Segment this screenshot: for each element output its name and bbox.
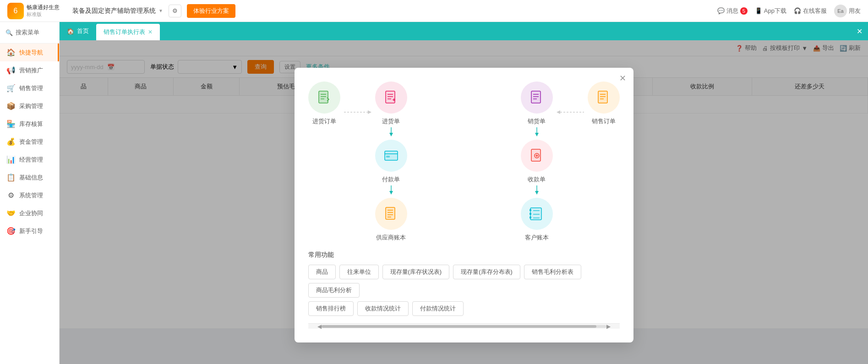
- sidebar-item-finance[interactable]: 💰 资金管理: [0, 133, 59, 151]
- tab-bar: 🏠 首页 销售订单执行表 ✕ ✕: [60, 22, 868, 40]
- sidebar-item-newbie[interactable]: 🎯 新手引导: [0, 222, 59, 240]
- modal-scrollbar: ◀ ▶: [308, 323, 620, 329]
- wf-row-2-arrows: [308, 127, 620, 138]
- svg-rect-43: [386, 207, 395, 219]
- common-btn-product-profit[interactable]: 商品毛利分析: [308, 283, 360, 298]
- wf-row-4-arrows: [308, 185, 620, 196]
- common-buttons-row-1: 商品 往来单位 现存量(库存状况表) 现存量(库存分布表) 销售毛利分析表 商品…: [308, 265, 620, 298]
- home-icon: 🏠: [67, 28, 74, 35]
- svg-rect-0: [319, 91, 328, 103]
- sidebar-item-purchase[interactable]: 📦 采购管理: [0, 97, 59, 115]
- sidebar-search[interactable]: 🔍 搜索菜单: [0, 22, 59, 43]
- app-container: 6 畅康通好生意 标准版 装备及固定资产辅助管理系统 ▼ ⚙ 体验行业方案 💬 …: [0, 0, 868, 364]
- svg-rect-53: [530, 217, 531, 218]
- supplier-ledger-circle: [375, 198, 407, 230]
- online-service-button[interactable]: 🎧 在线客服: [794, 7, 827, 15]
- payment-order-down-arrow: [375, 185, 407, 196]
- svg-rect-52: [530, 213, 531, 215]
- common-btn-payment-stats[interactable]: 付款情况统计: [412, 301, 464, 316]
- scrollbar-track[interactable]: [322, 325, 606, 328]
- wf-row-5: 供应商账本 客户账本: [308, 198, 620, 242]
- modal-close-button[interactable]: ✕: [619, 73, 626, 83]
- marketing-icon: 📢: [6, 66, 16, 75]
- message-button[interactable]: 💬 消息 5: [717, 7, 748, 15]
- workflow-diagram: 进货订单: [308, 81, 620, 242]
- user-avatar: Ea: [834, 5, 847, 17]
- basic-info-icon: 📋: [6, 173, 16, 182]
- tab-sales-orders[interactable]: 销售订单执行表 ✕: [96, 24, 160, 40]
- operations-icon: 📊: [6, 155, 16, 164]
- receipt-order-circle: [521, 140, 553, 172]
- common-btn-receipt-stats[interactable]: 收款情况统计: [357, 301, 409, 316]
- app-download-button[interactable]: 📱 App下载: [755, 7, 786, 15]
- scroll-right-arrow[interactable]: ▶: [606, 323, 611, 330]
- top-right-area: 💬 消息 5 📱 App下载 🎧 在线客服 Ea 用友: [717, 5, 861, 17]
- svg-marker-27: [389, 133, 393, 136]
- wf-sales-bill[interactable]: 销货单: [521, 81, 553, 125]
- wf-customer-ledger[interactable]: 客户账本: [521, 198, 553, 242]
- wf-payment-order[interactable]: 付款单: [375, 140, 407, 184]
- sidebar-item-sales[interactable]: 🛒 销售管理: [0, 79, 59, 97]
- brand-icon-char: 6: [14, 7, 18, 15]
- purchase-bill-circle: [375, 81, 407, 114]
- common-btn-partners[interactable]: 往来单位: [339, 265, 379, 279]
- message-badge: 5: [740, 7, 748, 15]
- top-bar: 6 畅康通好生意 标准版 装备及固定资产辅助管理系统 ▼ ⚙ 体验行业方案 💬 …: [0, 0, 868, 22]
- page-content: ❓ 帮助 🖨 按模板打印 ▼ 📤 导出 🔄: [60, 40, 868, 364]
- customer-ledger-circle: [521, 198, 553, 230]
- logo-text: 畅康通好生意 标准版: [27, 4, 60, 18]
- message-icon: 💬: [717, 7, 725, 14]
- tab-close-sales-orders[interactable]: ✕: [148, 29, 153, 35]
- gear-button[interactable]: ⚙: [169, 5, 181, 17]
- sidebar-item-operations[interactable]: 📊 经营管理: [0, 151, 59, 168]
- receipt-order-down-arrow: [521, 185, 553, 196]
- sidebar-item-enterprise[interactable]: 🤝 企业协同: [0, 204, 59, 222]
- sidebar: 🔍 搜索菜单 🏠 快捷导航 📢 营销推广 🛒 销售管理 📦 采购管理: [0, 22, 60, 364]
- wf-supplier-ledger[interactable]: 供应商账本: [375, 198, 407, 242]
- phone-icon: 📱: [755, 7, 762, 14]
- wf-purchase-bill[interactable]: 进货单: [375, 81, 407, 125]
- arrow-sales-order-bill: [553, 109, 588, 115]
- system-dropdown-arrow[interactable]: ▼: [158, 8, 163, 13]
- main-area: 🔍 搜索菜单 🏠 快捷导航 📢 营销推广 🛒 销售管理 📦 采购管理: [0, 22, 868, 364]
- user-menu-button[interactable]: Ea 用友: [834, 5, 861, 17]
- sidebar-item-marketing[interactable]: 📢 营销推广: [0, 61, 59, 79]
- content-area: 🏠 首页 销售订单执行表 ✕ ✕ ❓ 帮助: [60, 22, 868, 364]
- svg-marker-20: [557, 110, 560, 114]
- scroll-left-arrow[interactable]: ◀: [317, 323, 322, 330]
- wf-receipt-order[interactable]: 收款单: [521, 140, 553, 184]
- wf-purchase-order[interactable]: 进货订单: [308, 81, 340, 125]
- sidebar-item-system[interactable]: ⚙ 系统管理: [0, 186, 59, 204]
- svg-rect-14: [531, 91, 540, 103]
- sidebar-item-inventory[interactable]: 🏪 库存核算: [0, 115, 59, 133]
- common-btn-stock-dist[interactable]: 现存量(库存分布表): [453, 265, 520, 279]
- svg-marker-6: [368, 110, 371, 114]
- common-btn-stock-status[interactable]: 现存量(库存状况表): [382, 265, 450, 279]
- system-icon: ⚙: [6, 191, 16, 200]
- common-btn-product[interactable]: 商品: [308, 265, 336, 279]
- sidebar-item-quick-nav[interactable]: 🏠 快捷导航: [0, 43, 59, 61]
- sales-icon: 🛒: [6, 84, 16, 92]
- sales-bill-down-arrow: [521, 127, 553, 138]
- search-icon: 🔍: [5, 29, 13, 36]
- sidebar-item-basic-info[interactable]: 📋 基础信息: [0, 168, 59, 186]
- svg-marker-29: [535, 133, 539, 136]
- brand-icon: 6: [7, 3, 24, 19]
- wf-row-1: 进货订单: [308, 81, 620, 125]
- common-btn-sales-profit[interactable]: 销售毛利分析表: [524, 265, 581, 279]
- purchase-order-circle: [308, 81, 340, 114]
- quick-nav-modal: ✕ 进货订单: [295, 68, 633, 342]
- inventory-icon: 🏪: [6, 120, 16, 128]
- wf-sales-order[interactable]: 销售订单: [588, 81, 620, 125]
- purchase-bill-down-arrow: [375, 127, 407, 138]
- common-btn-sales-ranking[interactable]: 销售排行榜: [308, 301, 354, 316]
- tab-bar-close-button[interactable]: ✕: [857, 27, 863, 36]
- system-name: 装备及固定资产辅助管理系统 ▼: [72, 7, 163, 15]
- experience-button[interactable]: 体验行业方案: [187, 4, 235, 18]
- sales-order-circle: [588, 81, 620, 114]
- scrollbar-thumb[interactable]: [322, 325, 596, 328]
- tab-home[interactable]: 🏠 首页: [60, 22, 96, 40]
- logo-area: 6 畅康通好生意 标准版: [7, 3, 67, 19]
- payment-order-circle: [375, 140, 407, 172]
- finance-icon: 💰: [6, 137, 16, 146]
